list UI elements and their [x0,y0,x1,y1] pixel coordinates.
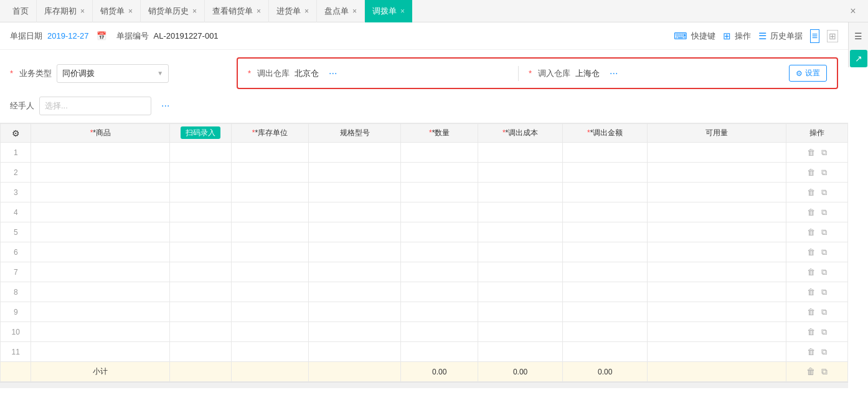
shortcut-button[interactable]: ⌨ 快捷键 [674,31,715,42]
row-unit [232,262,309,282]
tab-check-sales-close[interactable]: × [257,7,261,16]
tab-check-sales[interactable]: 查看销货单 × [205,0,269,22]
row-index: 4 [1,202,31,222]
row-cost [478,262,563,282]
window-close-button[interactable]: × [843,1,863,21]
row-qty [401,282,478,302]
tab-sales-history-close[interactable]: × [192,7,197,16]
row-goods[interactable] [31,222,170,242]
tab-home[interactable]: 首页 [5,0,37,22]
row-copy-icon[interactable]: ⧉ [821,267,827,277]
row-copy-icon[interactable]: ⧉ [821,207,827,217]
row-delete-icon[interactable]: 🗑 [807,287,815,297]
biz-type-select[interactable]: 同价调拨 ▼ [57,64,169,83]
row-qty [401,202,478,222]
row-delete-icon[interactable]: 🗑 [807,168,815,177]
grid-toggle-button[interactable]: ⊞ [827,30,838,42]
row-copy-icon[interactable]: ⧉ [821,307,827,316]
row-index: 9 [1,302,31,322]
date-value[interactable]: 2019-12-27 [47,31,89,40]
row-delete-icon[interactable]: 🗑 [807,247,815,257]
row-goods[interactable] [31,242,170,262]
table-settings-icon[interactable]: ⚙ [12,128,20,138]
tab-inventory-close[interactable]: × [80,7,85,16]
gear-icon: ⚙ [796,69,803,78]
tab-sales-close[interactable]: × [128,7,133,16]
tab-sales[interactable]: 销货单 × [93,0,141,22]
row-amount [563,183,648,202]
row-unit [232,183,309,202]
tab-transfer[interactable]: 调拨单 × [365,0,412,22]
row-copy-icon[interactable]: ⧉ [821,188,827,197]
row-delete-icon[interactable]: 🗑 [807,227,815,237]
subtotal-copy-icon[interactable]: ⧉ [821,366,828,376]
grid-icon: ⊞ [827,30,838,42]
row-cost [478,302,563,322]
row-copy-icon[interactable]: ⧉ [821,227,827,237]
table-wrapper: ⚙ **商品 扫码录入 **库存单位 规格型号 **数量 [0,123,848,395]
row-amount [563,302,648,322]
row-scan [170,322,232,342]
row-copy-icon[interactable]: ⧉ [821,327,827,336]
col-header-settings[interactable]: ⚙ [1,124,31,143]
row-copy-icon[interactable]: ⧉ [821,148,827,157]
horizontal-scrollbar[interactable] [0,382,848,388]
row-amount [563,222,648,242]
tab-purchase-close[interactable]: × [304,7,309,16]
row-goods[interactable] [31,262,170,282]
row-delete-icon[interactable]: 🗑 [807,267,815,277]
row-delete-icon[interactable]: 🗑 [807,188,815,197]
subtotal-scan [170,362,232,382]
action-button[interactable]: ⊞ 操作 [723,31,751,42]
row-delete-icon[interactable]: 🗑 [807,347,815,356]
toolbar-right: ⌨ 快捷键 ⊞ 操作 ☰ 历史单据 ≡ ⊞ [674,29,838,43]
row-goods[interactable] [31,163,170,183]
row-delete-icon[interactable]: 🗑 [807,148,815,157]
row-copy-icon[interactable]: ⧉ [821,347,827,356]
settings-button[interactable]: ⚙ 设置 [789,65,827,82]
out-warehouse-more-icon[interactable]: ··· [329,68,337,79]
table-row: 6 🗑 ⧉ [1,242,848,262]
tab-purchase[interactable]: 进货单 × [269,0,317,22]
table-row: 8 🗑 ⧉ [1,282,848,302]
row-goods[interactable] [31,282,170,302]
agent-field: 经手人 选择... ··· [10,97,222,115]
subtotal-op: 🗑 ⧉ [786,362,847,382]
row-copy-icon[interactable]: ⧉ [821,168,827,177]
row-delete-icon[interactable]: 🗑 [807,307,815,316]
layout-toggle-button[interactable]: ≡ [810,29,819,43]
row-cost [478,202,563,222]
row-copy-icon[interactable]: ⧉ [821,247,827,257]
tab-transfer-close[interactable]: × [400,7,405,16]
agent-select[interactable]: 选择... [39,97,151,115]
row-goods[interactable] [31,342,170,362]
row-copy-icon[interactable]: ⧉ [821,287,827,297]
row-index: 2 [1,163,31,183]
shortcut-label: 快捷键 [691,31,715,42]
agent-more-icon[interactable]: ··· [161,100,169,112]
out-warehouse-label: 调出仓库 [257,68,290,79]
sidebar-expand-icon[interactable]: ↗ [850,50,867,67]
subtotal-delete-icon[interactable]: 🗑 [806,366,815,376]
row-delete-icon[interactable]: 🗑 [807,327,815,336]
row-goods[interactable] [31,322,170,342]
tab-stocktake-close[interactable]: × [352,7,357,16]
row-delete-icon[interactable]: 🗑 [807,207,815,217]
col-header-scan[interactable]: 扫码录入 [170,124,232,143]
row-unit [232,163,309,183]
tab-stocktake[interactable]: 盘点单 × [317,0,365,22]
row-qty [401,242,478,262]
row-goods[interactable] [31,202,170,222]
row-goods[interactable] [31,302,170,322]
calendar-icon[interactable]: 📅 [97,31,106,40]
tab-inventory[interactable]: 库存期初 × [37,0,93,22]
history-button[interactable]: ☰ 历史单据 [758,31,803,42]
row-goods[interactable] [31,183,170,202]
row-goods[interactable] [31,143,170,163]
sidebar-doc-icon[interactable]: ☰ [850,27,867,45]
row-qty [401,322,478,342]
scan-button[interactable]: 扫码录入 [181,126,220,139]
history-label: 历史单据 [770,31,803,42]
in-warehouse-more-icon[interactable]: ··· [610,68,618,79]
tab-sales-history[interactable]: 销货单历史 × [141,0,205,22]
